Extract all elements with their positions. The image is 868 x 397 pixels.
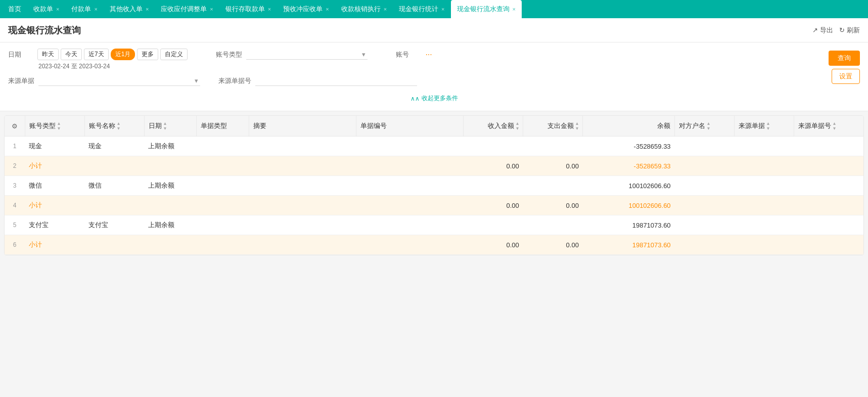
nav-tab-exec[interactable]: 收款核销执行 × bbox=[335, 0, 393, 18]
table-cell: 100102606.60 bbox=[583, 196, 675, 215]
page-title: 现金银行流水查询 bbox=[8, 24, 81, 36]
account-type-select[interactable]: ▾ bbox=[246, 50, 368, 60]
nav-tab-flow[interactable]: 现金银行流水查询 × bbox=[451, 0, 522, 18]
source-doc-select[interactable]: ▾ bbox=[38, 76, 200, 86]
filter-row-2: 来源单据 ▾ 来源单据号 bbox=[8, 76, 820, 86]
th-account-type[interactable]: 账号类型 ▴▾ bbox=[25, 116, 84, 137]
settings-button[interactable]: 设置 bbox=[832, 69, 860, 84]
table-cell bbox=[794, 137, 863, 156]
source-doc-no-input[interactable] bbox=[255, 76, 417, 86]
export-button[interactable]: ↗ 导出 bbox=[812, 26, 833, 35]
date-custom[interactable]: 自定义 bbox=[160, 49, 188, 60]
table-cell bbox=[249, 235, 356, 255]
date-1month[interactable]: 近1月 bbox=[111, 49, 135, 60]
close-icon[interactable]: × bbox=[56, 6, 59, 12]
th-balance[interactable]: 余额 bbox=[583, 116, 675, 137]
table-cell: -3528659.33 bbox=[583, 156, 675, 176]
nav-tab-adjust[interactable]: 应收应付调整单 × bbox=[155, 0, 219, 18]
refresh-icon: ↻ bbox=[839, 26, 845, 34]
table-row: 1现金现金上期余额-3528659.33 bbox=[5, 137, 863, 156]
nav-tab-fukuandan[interactable]: 付款单 × bbox=[65, 0, 103, 18]
close-icon[interactable]: × bbox=[441, 6, 444, 12]
table-cell: 微信 bbox=[25, 176, 84, 196]
th-gear[interactable]: ⚙ bbox=[5, 116, 25, 137]
th-expense[interactable]: 支出金额 ▴▾ bbox=[523, 116, 583, 137]
th-doc-type[interactable]: 单据类型 bbox=[196, 116, 249, 137]
table-body: 1现金现金上期余额-3528659.332小计0.000.00-3528659.… bbox=[5, 137, 863, 255]
close-icon[interactable]: × bbox=[513, 6, 516, 12]
account-type-label: 账号类型 bbox=[216, 50, 242, 59]
table-row: 2小计0.000.00-3528659.33 bbox=[5, 156, 863, 176]
top-nav: 首页 收款单 × 付款单 × 其他收入单 × 应收应付调整单 × 银行存取款单 … bbox=[0, 0, 868, 18]
table-cell bbox=[84, 196, 144, 215]
nav-home[interactable]: 首页 bbox=[2, 0, 27, 18]
table-cell: 上期余额 bbox=[144, 215, 196, 235]
table-row: 4小计0.000.00100102606.60 bbox=[5, 196, 863, 215]
table-row: 5支付宝支付宝上期余额19871073.60 bbox=[5, 215, 863, 235]
gear-icon: ⚙ bbox=[12, 122, 18, 130]
table-cell bbox=[675, 215, 735, 235]
th-income[interactable]: 收入金额 ▴▾ bbox=[464, 116, 523, 137]
date-7days[interactable]: 近7天 bbox=[84, 49, 109, 60]
th-account-name[interactable]: 账号名称 ▴▾ bbox=[84, 116, 144, 137]
nav-tab-other-income[interactable]: 其他收入单 × bbox=[104, 0, 155, 18]
sort-icon: ▴▾ bbox=[117, 121, 120, 131]
close-icon[interactable]: × bbox=[94, 6, 97, 12]
nav-tab-shoukuandan[interactable]: 收款单 × bbox=[27, 0, 65, 18]
table-header-row: ⚙ 账号类型 ▴▾ 账号名称 ▴▾ 日期 bbox=[5, 116, 863, 137]
nav-tab-label: 现金银行流水查询 bbox=[457, 5, 510, 14]
table-cell bbox=[735, 176, 794, 196]
table-cell: 支付宝 bbox=[84, 215, 144, 235]
table-cell bbox=[735, 137, 794, 156]
th-source-doc-no[interactable]: 来源单据号 ▴▾ bbox=[794, 116, 863, 137]
nav-tab-prepay[interactable]: 预收冲应收单 × bbox=[277, 0, 335, 18]
table-cell: 1 bbox=[5, 137, 25, 156]
date-options: 昨天 今天 近7天 近1月 更多 自定义 bbox=[37, 49, 188, 60]
table-cell bbox=[675, 196, 735, 215]
nav-tab-bank-deposit[interactable]: 银行存取款单 × bbox=[219, 0, 277, 18]
close-icon[interactable]: × bbox=[268, 6, 271, 12]
table-cell bbox=[464, 215, 523, 235]
dots-button[interactable]: ··· bbox=[425, 50, 432, 59]
th-counterparty[interactable]: 对方户名 ▴▾ bbox=[675, 116, 735, 137]
table-cell bbox=[144, 196, 196, 215]
refresh-button[interactable]: ↻ 刷新 bbox=[839, 26, 860, 35]
close-icon[interactable]: × bbox=[146, 6, 149, 12]
table-cell: 0.00 bbox=[464, 235, 523, 255]
table-cell bbox=[356, 215, 464, 235]
header-actions: ↗ 导出 ↻ 刷新 bbox=[812, 26, 860, 35]
table-cell bbox=[523, 137, 583, 156]
table-cell: 上期余额 bbox=[144, 137, 196, 156]
export-icon: ↗ bbox=[812, 26, 818, 34]
table-cell: 5 bbox=[5, 215, 25, 235]
date-more[interactable]: 更多 bbox=[137, 49, 158, 60]
close-icon[interactable]: × bbox=[384, 6, 387, 12]
table-cell bbox=[249, 137, 356, 156]
nav-tab-label: 付款单 bbox=[71, 5, 91, 14]
table-cell bbox=[196, 156, 249, 176]
table-cell: 小计 bbox=[25, 235, 84, 255]
query-button[interactable]: 查询 bbox=[829, 51, 860, 66]
table-cell bbox=[794, 196, 863, 215]
table-cell: 小计 bbox=[25, 196, 84, 215]
nav-tab-label: 银行存取款单 bbox=[225, 5, 265, 14]
nav-tab-label: 现金银行统计 bbox=[399, 5, 438, 14]
date-yesterday[interactable]: 昨天 bbox=[37, 49, 59, 60]
table-cell: 4 bbox=[5, 196, 25, 215]
th-doc-no[interactable]: 单据编号 bbox=[356, 116, 464, 137]
table-cell bbox=[356, 137, 464, 156]
nav-tab-stats[interactable]: 现金银行统计 × bbox=[393, 0, 450, 18]
table-cell bbox=[794, 215, 863, 235]
close-icon[interactable]: × bbox=[326, 6, 329, 12]
th-date[interactable]: 日期 ▴▾ bbox=[144, 116, 196, 137]
close-icon[interactable]: × bbox=[210, 6, 213, 12]
table-row: 3微信微信上期余额100102606.60 bbox=[5, 176, 863, 196]
chevron-down-icon: ▾ bbox=[195, 77, 198, 84]
date-today[interactable]: 今天 bbox=[61, 49, 82, 60]
table-cell: 现金 bbox=[25, 137, 84, 156]
th-source-doc[interactable]: 来源单据 ▴▾ bbox=[735, 116, 794, 137]
th-summary[interactable]: 摘要 bbox=[249, 116, 356, 137]
collapse-bar[interactable]: ∧∧ 收起更多条件 bbox=[8, 92, 860, 105]
table-cell bbox=[249, 156, 356, 176]
table-cell bbox=[735, 215, 794, 235]
